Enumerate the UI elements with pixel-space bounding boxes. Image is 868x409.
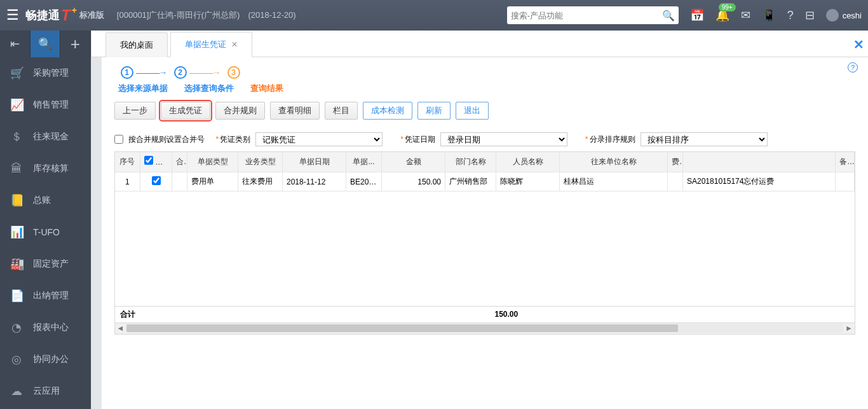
global-search[interactable]: 🔍 — [507, 6, 679, 24]
col-biz-type[interactable]: 业务类型 — [238, 152, 283, 172]
col-no[interactable]: 序号 — [115, 152, 140, 172]
select-all-checkbox[interactable] — [144, 156, 153, 165]
sidebar-item-tufo[interactable]: 📊T-UFO — [0, 216, 91, 248]
scroll-left-icon[interactable]: ◄ — [115, 324, 126, 333]
sidebar-item-label: 往来现金 — [33, 131, 69, 142]
menu-icon[interactable]: ☰ — [6, 7, 19, 24]
factory-icon: 🏭 — [10, 257, 23, 271]
cell-extra: SA20181015174忘付运费 — [683, 172, 836, 191]
report-icon: 📊 — [10, 225, 23, 239]
brand-plus: + — [72, 5, 77, 15]
page-help-icon[interactable]: ? — [848, 62, 858, 73]
scroll-right-icon[interactable]: ► — [843, 324, 855, 333]
search-icon[interactable]: 🔍 — [662, 10, 675, 22]
sort-label: 分录排序规则 — [590, 135, 635, 144]
col-doc-type[interactable]: 单据类型 — [187, 152, 238, 172]
sidebar-item-label: 总账 — [33, 195, 51, 206]
table-head: 序号 选择 合... 单据类型 业务类型 单据日期 单据... 金额 部门名称 … — [115, 152, 855, 172]
sidebar-search-icon[interactable]: 🔍 — [31, 31, 61, 57]
help-icon[interactable]: ? — [787, 9, 794, 22]
sidebar-item-cash[interactable]: ＄往来现金 — [0, 121, 91, 153]
warehouse-icon: 🏛 — [10, 162, 23, 176]
row-checkbox[interactable] — [152, 176, 161, 185]
col-date[interactable]: 单据日期 — [283, 152, 346, 172]
sidebar-item-sales[interactable]: 📈销售管理 — [0, 89, 91, 121]
sidebar-item-report[interactable]: ◔报表中心 — [0, 312, 91, 343]
search-input[interactable] — [511, 11, 662, 20]
sidebar-item-label: 销售管理 — [33, 99, 69, 111]
scroll-track[interactable] — [126, 324, 844, 333]
sidebar-item-collab[interactable]: ◎协同办公 — [0, 343, 91, 375]
close-all-icon[interactable]: ✕ — [853, 37, 864, 52]
col-partner[interactable]: 往来单位名称 — [560, 152, 668, 172]
column-button[interactable]: 栏目 — [325, 102, 358, 120]
sidebar-item-label: 出纳管理 — [33, 290, 69, 302]
sort-rule-select[interactable]: 按科目排序 — [641, 132, 768, 146]
tabs-bar: 我的桌面 单据生凭证✕ ✕ — [92, 31, 869, 57]
sidebar-item-ledger[interactable]: 📒总账 — [0, 184, 91, 216]
table-empty-row — [115, 191, 855, 306]
filters-bar: 按合并规则设置合并号 *凭证类别 记账凭证 *凭证日期 登录日期 *分录排序规则… — [114, 132, 856, 146]
generate-voucher-button[interactable]: 生成凭证 — [161, 102, 210, 120]
sidebar-item-inventory[interactable]: 🏛库存核算 — [0, 153, 91, 184]
sidebar-item-label: 固定资产 — [33, 258, 69, 270]
required-icon: * — [585, 135, 588, 144]
sidebar-item-label: 协同办公 — [33, 354, 69, 365]
scroll-thumb[interactable] — [126, 324, 679, 332]
mail-icon[interactable]: ✉ — [741, 8, 750, 22]
pie-icon: ◔ — [10, 321, 23, 335]
refresh-button[interactable]: 刷新 — [417, 102, 451, 120]
dollar-icon: ＄ — [10, 129, 23, 144]
voucher-date-select[interactable]: 登录日期 — [440, 132, 567, 146]
col-doc-no[interactable]: 单据... — [346, 152, 382, 172]
table-row[interactable]: 1 费用单 往来费用 2018-11-12 BE201... 150.00 广州… — [115, 172, 855, 191]
sidebar-item-label: 采购管理 — [33, 67, 69, 79]
cell-select[interactable] — [140, 172, 172, 191]
col-dept[interactable]: 部门名称 — [445, 152, 496, 172]
collab-icon: ◎ — [10, 352, 23, 366]
sidebar-item-purchase[interactable]: 🛒采购管理 — [0, 57, 91, 89]
toolbar: 上一步 生成凭证 合并规则 查看明细 栏目 成本检测 刷新 退出 — [114, 102, 856, 120]
feedback-icon[interactable]: ⊟ — [805, 8, 815, 22]
type-label: 凭证类别 — [220, 135, 250, 144]
brand-logo: 畅捷通 T + 标准版 — [25, 6, 104, 24]
col-person[interactable]: 人员名称 — [496, 152, 560, 172]
col-amount[interactable]: 金额 — [382, 152, 445, 172]
table-wrap: 序号 选择 合... 单据类型 业务类型 单据日期 单据... 金额 部门名称 … — [114, 151, 856, 307]
step-indicator: 1 ———→ 2 ———→ 3 — [121, 66, 856, 79]
main-area: 我的桌面 单据生凭证✕ ✕ ? 1 ———→ 2 ———→ 3 选择来源单据 选… — [91, 31, 869, 409]
mobile-icon[interactable]: 📱 — [762, 8, 776, 22]
exit-button[interactable]: 退出 — [456, 102, 489, 120]
bell-icon[interactable]: 🔔99+ — [715, 8, 729, 22]
horizontal-scrollbar[interactable]: ◄ ► — [114, 323, 856, 335]
col-fee[interactable]: 费... — [668, 152, 683, 172]
sidebar-add-icon[interactable]: + — [60, 31, 91, 57]
cell-amount: 150.00 — [382, 172, 445, 191]
tab-voucher[interactable]: 单据生凭证✕ — [170, 32, 252, 57]
col-remark[interactable]: 备... — [836, 152, 855, 172]
close-icon[interactable]: ✕ — [231, 40, 238, 49]
cart-icon: 🛒 — [10, 66, 23, 80]
step-label-1: 选择来源单据 — [118, 83, 168, 94]
sidebar-item-cashier[interactable]: 📄出纳管理 — [0, 280, 91, 312]
prev-button[interactable]: 上一步 — [114, 102, 156, 120]
step-3: 3 — [227, 66, 240, 79]
content: ? 1 ———→ 2 ———→ 3 选择来源单据 选择查询条件 查询结果 上一步… — [92, 57, 869, 335]
col-extra[interactable] — [683, 152, 836, 172]
cost-check-button[interactable]: 成本检测 — [363, 102, 412, 120]
book-icon: 📒 — [10, 193, 23, 207]
cell-dept: 广州销售部 — [445, 172, 496, 191]
view-detail-button[interactable]: 查看明细 — [270, 102, 320, 120]
col-select[interactable]: 选择 — [140, 152, 172, 172]
sidebar-item-assets[interactable]: 🏭固定资产 — [0, 248, 91, 280]
tab-desktop[interactable]: 我的桌面 — [105, 32, 168, 57]
voucher-type-select[interactable]: 记账凭证 — [255, 132, 383, 146]
merge-rule-button[interactable]: 合并规则 — [215, 102, 265, 120]
sidebar-collapse-icon[interactable]: ⇤ — [0, 31, 31, 57]
data-table: 序号 选择 合... 单据类型 业务类型 单据日期 单据... 金额 部门名称 … — [115, 152, 855, 306]
col-merge[interactable]: 合... — [172, 152, 187, 172]
merge-checkbox[interactable] — [114, 135, 123, 144]
sidebar-item-cloud[interactable]: ☁云应用 — [0, 375, 91, 407]
calendar-icon[interactable]: 📅 — [690, 8, 704, 22]
user-menu[interactable]: ceshi — [826, 9, 862, 22]
